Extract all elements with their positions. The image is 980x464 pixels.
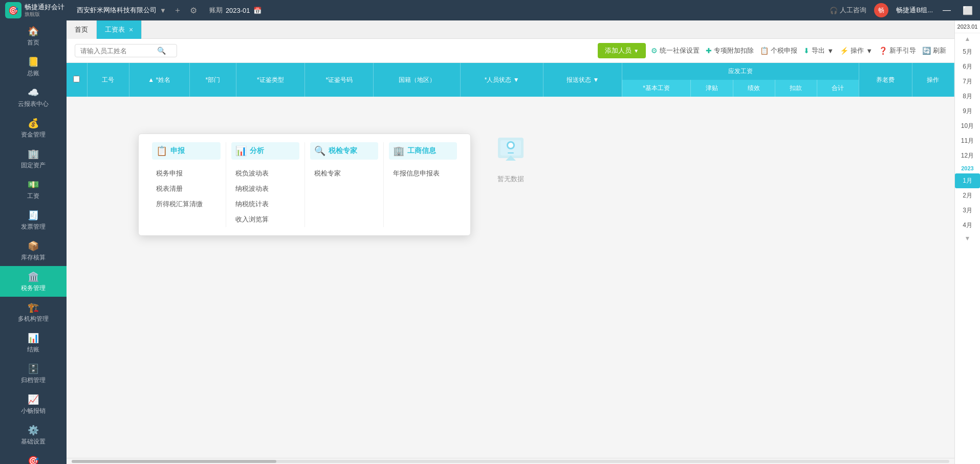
sidebar-item-archive[interactable]: 🗄️ 归档管理 — [0, 358, 67, 389]
menu-item-tax-expert[interactable]: 税检专家 — [310, 166, 378, 181]
sidebar-item-xiao-chang[interactable]: 📈 小畅报销 — [0, 389, 67, 419]
header-base-salary: *基本工资 — [622, 80, 690, 97]
date-item-6[interactable]: 6月 — [955, 59, 980, 74]
guide-action[interactable]: ❓ 新手引导 — [879, 46, 916, 55]
sidebar-item-guide[interactable]: 🎯 新手引导 — [0, 450, 67, 464]
export-action[interactable]: ⬇ 导出 ▼ — [803, 46, 834, 55]
date-item-9[interactable]: 9月 — [955, 104, 980, 119]
toolbar-actions: ⚙ 统一社保设置 ✚ 专项附加扣除 📋 个税申报 ⬇ — [651, 46, 946, 55]
export-label: 导出 — [812, 46, 825, 55]
guide-action-label: 新手引导 — [889, 46, 916, 55]
date-item-12[interactable]: 12月 — [955, 148, 980, 163]
operation-action[interactable]: ⚡ 操作 ▼ — [840, 46, 873, 55]
sidebar-item-cloud-report[interactable]: ☁️ 云报表中心 — [0, 82, 67, 113]
tab-home-label: 首页 — [75, 25, 88, 34]
report-icon: 📈 — [28, 394, 39, 405]
operation-icon: ⚡ — [840, 47, 848, 55]
period-area: 账期 2023-01 📅 — [209, 6, 262, 15]
declaration-icon: 📋 — [156, 145, 167, 157]
refresh-action[interactable]: 🔄 刷新 — [922, 46, 946, 55]
sidebar-item-fixed-assets[interactable]: 🏢 固定资产 — [0, 143, 67, 174]
header-pension: 养老费 — [859, 63, 912, 97]
logo-icon: 🎯 — [5, 2, 21, 18]
calendar-icon[interactable]: 📅 — [253, 7, 262, 14]
tab-home[interactable]: 首页 — [67, 20, 97, 39]
scroll-thumb-wrap[interactable] — [72, 460, 949, 463]
date-item-8[interactable]: 8月 — [955, 89, 980, 104]
sidebar-item-salary[interactable]: 💵 工资 — [0, 174, 67, 205]
header-salary-group: 应发工资 — [622, 63, 859, 80]
maximize-button[interactable]: ⬜ — [961, 4, 975, 17]
sidebar-item-fund[interactable]: 💰 资金管理 — [0, 113, 67, 143]
settings-button[interactable]: ⚙ — [188, 4, 199, 17]
sidebar-item-ledger[interactable]: 📒 总账 — [0, 51, 67, 82]
minimize-button[interactable]: — — [941, 4, 953, 17]
declaration-title: 申报 — [170, 146, 185, 156]
company-selector[interactable]: 西安虾米网络科技有限公司 ▼ — [77, 6, 166, 15]
tax-declaration-icon: 📋 — [760, 47, 769, 55]
tax-icon: 🏛️ — [28, 271, 39, 282]
headset-icon: 🎧 — [830, 7, 838, 14]
tab-close-button[interactable]: × — [129, 26, 133, 34]
social-insurance-icon: ⚙ — [651, 47, 658, 55]
add-company-button[interactable]: ＋ — [171, 3, 184, 18]
sidebar-item-basic-settings[interactable]: ⚙️ 基础设置 — [0, 419, 67, 450]
header-report-status: 报送状态 ▼ — [543, 63, 622, 97]
archive-icon: 🗄️ — [28, 363, 39, 374]
search-icon: 🔍 — [157, 47, 166, 55]
operation-label: 操作 — [851, 46, 864, 55]
sidebar-label-multi-org: 多机构管理 — [18, 315, 49, 322]
tax-expert-title: 税检专家 — [329, 146, 357, 156]
menu-item-tax-fluctuation[interactable]: 税负波动表 — [231, 166, 299, 181]
menu-item-tax-paid-fluctuation[interactable]: 纳税波动表 — [231, 181, 299, 196]
menu-item-tax-statistics[interactable]: 纳税统计表 — [231, 196, 299, 212]
scroll-indicator — [67, 458, 954, 464]
app-container: 🎯 畅捷通好会计 旗舰版 西安虾米网络科技有限公司 ▼ ＋ ⚙ 账期 2023-… — [0, 0, 980, 464]
date-scroll-up[interactable]: ▲ — [963, 33, 973, 45]
select-all-checkbox[interactable] — [73, 76, 80, 82]
date-item-5[interactable]: 5月 — [955, 45, 980, 59]
header-total: 合计 — [817, 80, 859, 97]
user-name[interactable]: 畅捷通B组... — [896, 6, 933, 15]
sidebar-item-multi-org[interactable]: 🏗️ 多机构管理 — [0, 297, 67, 327]
date-item-11[interactable]: 11月 — [955, 134, 980, 148]
special-deduction-action[interactable]: ✚ 专项附加扣除 — [706, 46, 754, 55]
menu-item-tax-settlement[interactable]: 所得税汇算清缴 — [152, 196, 221, 212]
add-person-button[interactable]: 添加人员 ▼ — [598, 43, 646, 58]
guide-icon: 🎯 — [28, 455, 39, 464]
menu-item-income-browse[interactable]: 收入浏览算 — [231, 212, 299, 227]
social-insurance-label: 统一社保设置 — [660, 46, 700, 55]
menu-item-tax-list[interactable]: 税表清册 — [152, 181, 221, 196]
date-item-10[interactable]: 10月 — [955, 119, 980, 134]
date-item-7[interactable]: 7月 — [955, 74, 980, 89]
business-title: 工商信息 — [407, 146, 436, 156]
page-content: 🔍 添加人员 ▼ ⚙ 统一社保设置 ✚ 专项 — [67, 39, 954, 464]
tab-salary[interactable]: 工资表 × — [97, 20, 142, 39]
tax-expert-icon: 🔍 — [314, 145, 325, 157]
sidebar-item-home[interactable]: 🏠 首页 — [0, 20, 67, 51]
sidebar-label-archive: 归档管理 — [21, 377, 46, 384]
sidebar-item-settlement[interactable]: 📊 结账 — [0, 327, 67, 358]
menu-item-tax-declaration[interactable]: 税务申报 — [152, 166, 221, 181]
tax-declaration-action[interactable]: 📋 个税申报 — [760, 46, 797, 55]
search-input[interactable] — [80, 47, 157, 55]
settings-icon: ⚙️ — [28, 425, 39, 436]
sidebar-item-tax[interactable]: 🏛️ 税务管理 — [0, 266, 67, 297]
date-item-4[interactable]: 4月 — [955, 218, 980, 233]
settlement-icon: 📊 — [28, 333, 39, 344]
sidebar-item-invoice[interactable]: 🧾 发票管理 — [0, 205, 67, 235]
user-service-button[interactable]: 🎧 人工咨询 — [830, 6, 866, 15]
date-scroll-down[interactable]: ▼ — [963, 233, 973, 244]
sidebar-label-cloud-report: 云报表中心 — [18, 100, 49, 107]
social-insurance-action[interactable]: ⚙ 统一社保设置 — [651, 46, 700, 55]
date-item-1[interactable]: 1月 — [955, 173, 980, 188]
date-item-2[interactable]: 2月 — [955, 188, 980, 203]
date-item-3[interactable]: 3月 — [955, 203, 980, 218]
menu-item-annual-report[interactable]: 年报信息申报表 — [389, 166, 457, 181]
svg-point-3 — [508, 143, 513, 148]
sidebar-item-inventory[interactable]: 📦 库存核算 — [0, 235, 67, 266]
user-avatar: 畅 — [874, 3, 888, 17]
salary-icon: 💵 — [28, 179, 39, 190]
scroll-thumb[interactable] — [72, 460, 276, 463]
refresh-label: 刷新 — [933, 46, 946, 55]
